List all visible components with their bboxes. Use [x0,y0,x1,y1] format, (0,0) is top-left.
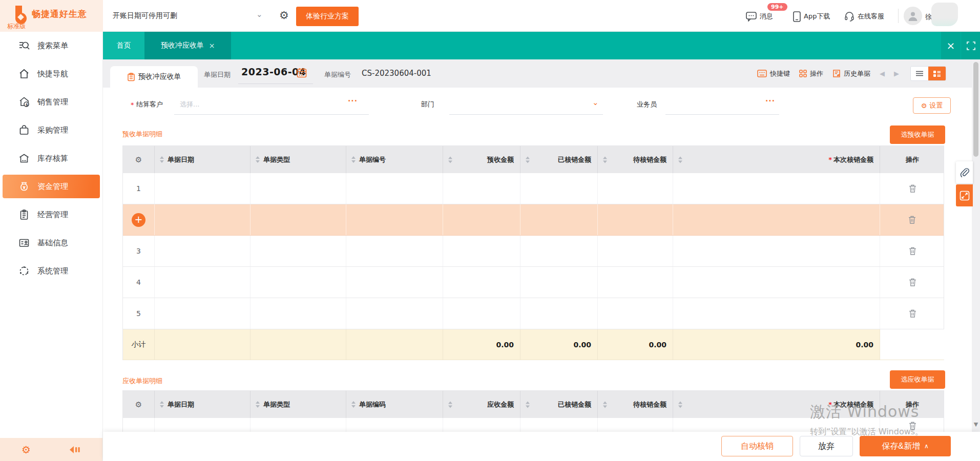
prepay-subtotal-row: 小计 0.00 0.00 0.00 0.00 [123,329,944,360]
settings-button[interactable]: ⚙ 设置 [913,97,951,114]
app-download-button[interactable]: App下载 [793,10,830,23]
sort-icon[interactable] [526,401,530,408]
scrollbar-thumb[interactable] [973,62,978,157]
salesman-lookup-icon[interactable]: ··· [765,97,775,105]
detail-view-button[interactable] [928,67,946,80]
scroll-down-icon[interactable]: ▼ [972,421,980,428]
prepay-row-5[interactable]: 5 [123,298,944,329]
vertical-scrollbar[interactable]: ▼ [972,59,980,432]
select-receivable-docs-button[interactable]: 选应收单据 [890,370,945,389]
close-all-tabs-button[interactable]: × [941,32,961,59]
list-view-button[interactable] [911,67,928,80]
col-receivable-amount: 应收金额 [443,391,520,418]
sidebar-item-sales[interactable]: $ 销售管理 [0,90,102,114]
col-written-off-amount: 已核销金额 [520,391,598,418]
delete-row-icon[interactable] [909,247,916,255]
headset-icon [844,11,854,22]
sort-icon[interactable] [678,401,682,408]
sort-icon[interactable] [526,156,530,163]
sort-icon[interactable] [448,156,452,163]
row-number: 1 [123,173,155,204]
sort-icon[interactable] [351,401,356,408]
sidebar-item-quick-nav[interactable]: 快捷导航 [0,62,102,86]
col-current-writeoff-amount: *本次核销金额 [673,146,880,173]
prepay-section-title: 预收单据明细 [122,130,162,139]
tab-close-icon[interactable]: × [209,41,215,50]
add-row-button[interactable]: + [132,213,145,227]
sort-icon[interactable] [603,156,607,163]
auto-writeoff-button[interactable]: 自动核销 [721,436,793,456]
receivable-row-1[interactable] [123,418,944,432]
sidebar-item-base-info[interactable]: 基础信息 [0,231,102,255]
customer-input[interactable]: 选择... [180,100,199,109]
sort-icon[interactable] [160,401,164,408]
delete-row-icon[interactable] [909,309,916,318]
sidebar-item-business[interactable]: 经营管理 [0,203,102,226]
fullscreen-button[interactable] [961,32,980,59]
delete-row-icon[interactable] [909,278,916,286]
subtotal-label: 小计 [123,329,155,360]
sidebar-item-purchase[interactable]: 采购管理 [0,118,102,142]
history-documents-button[interactable]: 历史单据 [832,69,870,78]
gear-icon[interactable]: ⚙ [279,9,289,22]
sidebar-item-system[interactable]: 系统管理 [0,259,102,283]
col-doc-no: 单据编号 [346,146,443,173]
sort-icon[interactable] [256,156,260,163]
tab-home[interactable]: 首页 [103,32,144,59]
sidebar-item-search-menu[interactable]: 搜索菜单 [0,34,102,57]
collapse-sidebar-icon[interactable] [69,445,81,454]
shortcut-keys-button[interactable]: 快捷键 [757,69,790,78]
prepay-row-3[interactable]: 3 [123,236,944,267]
sidebar-item-inventory[interactable]: 库存核算 [0,146,102,170]
col-actions: 操作 [880,391,944,418]
sort-icon[interactable] [160,156,164,163]
operations-button[interactable]: 操作 [799,69,823,78]
delete-row-icon[interactable] [908,216,916,224]
history-doc-icon [832,69,841,78]
sort-icon[interactable] [351,156,356,163]
trial-solution-button[interactable]: 体验行业方案 [296,7,359,26]
document-title-tab[interactable]: 预收冲应收单 [110,66,198,88]
receivable-table: ⚙ 单据日期 单据类型 单据编码 应收金额 已核销金额 待核销金额 *本次核销金… [122,390,944,432]
prev-doc-icon[interactable]: ◀ [880,70,885,77]
base-info-icon [18,237,30,248]
sidebar-item-funds[interactable]: 资金管理 [3,175,100,198]
online-service-label: 在线客服 [858,12,884,21]
delete-row-icon[interactable] [909,422,916,430]
column-settings-gear-icon[interactable]: ⚙ [123,391,155,418]
avatar[interactable] [904,7,922,25]
row-number: 3 [123,236,155,266]
calendar-icon[interactable] [297,68,307,78]
detail-view-icon [933,71,941,77]
chevron-down-icon[interactable]: ⌄ [256,10,263,19]
department-chevron-icon[interactable]: ⌄ [592,98,599,107]
prepay-row-4[interactable]: 4 [123,267,944,298]
expand-panel-button[interactable] [956,184,973,206]
delete-row-icon[interactable] [909,184,916,193]
app-download-label: App下载 [804,12,830,21]
account-set-select[interactable]: 开账日期可停用可删 [113,11,251,20]
sort-icon[interactable] [256,401,260,408]
sort-icon[interactable] [603,401,607,408]
save-and-new-button[interactable]: 保存&新增 ∧ [860,436,951,456]
salesman-label: 业务员 [637,100,657,109]
col-doc-code: 单据编码 [346,391,443,418]
prepay-row-2-active[interactable]: + [123,204,944,236]
sidebar-item-label: 采购管理 [37,125,68,135]
sort-icon[interactable] [448,401,452,408]
sort-icon[interactable] [678,156,682,163]
search-menu-icon [18,40,30,51]
attachment-button[interactable] [956,161,973,183]
messages-button[interactable]: 消息 [746,10,773,23]
column-settings-gear-icon[interactable]: ⚙ [123,146,155,173]
next-doc-icon[interactable]: ▶ [894,70,899,77]
tab-prepay-writeoff[interactable]: 预收冲应收单 × [144,32,231,59]
sidebar-item-label: 销售管理 [37,97,68,107]
online-service-button[interactable]: 在线客服 [844,10,884,23]
prepay-row-1[interactable]: 1 [123,173,944,204]
select-prepay-docs-button[interactable]: 选预收单据 [890,125,945,144]
customer-lookup-icon[interactable]: ··· [348,97,358,105]
discard-button[interactable]: 放弃 [800,436,853,456]
view-toggle [910,66,946,81]
settings-gear-icon[interactable]: ⚙ [22,444,31,456]
